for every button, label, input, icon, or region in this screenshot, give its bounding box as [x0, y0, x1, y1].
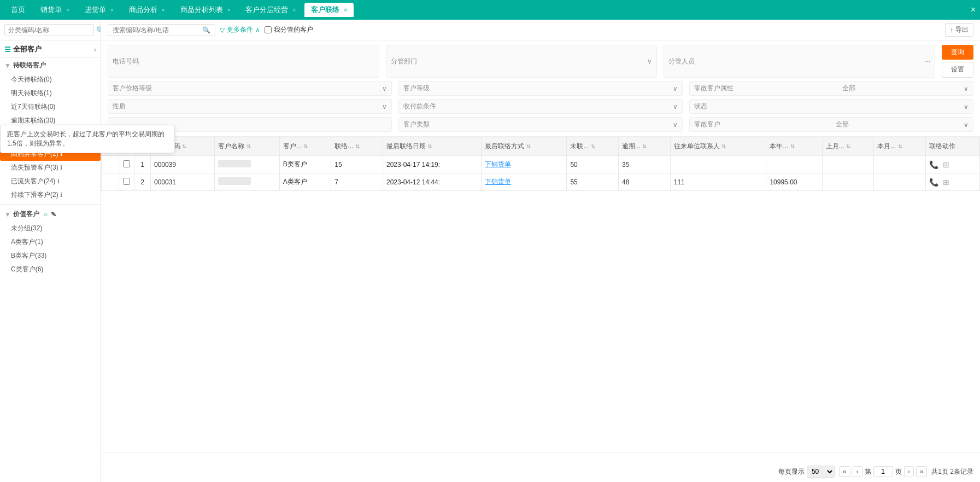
col-header-overdue[interactable]: 逾期... ⇅ — [619, 137, 671, 156]
close-icon[interactable]: × — [66, 7, 69, 13]
sidebar-search-icon[interactable]: 🔍 — [96, 26, 101, 34]
row-last-method[interactable]: 下销货单 — [482, 173, 567, 191]
grid-icon[interactable]: ⊞ — [943, 178, 949, 187]
close-icon[interactable]: × — [162, 7, 165, 13]
row-checkbox[interactable] — [123, 160, 130, 167]
prev-page-btn[interactable]: ‹ — [853, 466, 862, 477]
tab-product-analysis[interactable]: 商品分析 × — [122, 3, 172, 17]
filter-manager[interactable]: 分管人员 ··· — [664, 45, 935, 78]
all-customers-title[interactable]: ☰ 全部客户 › — [0, 41, 101, 58]
my-customers-check[interactable] — [265, 26, 272, 33]
table-row: 2 000031 A类客户 7 2023-04-12 14:44: 下销货单 5… — [102, 173, 980, 191]
tab-sales-order[interactable]: 销货单 × — [34, 3, 76, 17]
sort-icon: ⇅ — [721, 143, 726, 149]
row-last-method[interactable]: 下销货单 — [482, 156, 567, 173]
sidebar-item-churn-warning[interactable]: 流失预警客户(3) ℹ — [0, 161, 101, 175]
row-check[interactable] — [119, 173, 134, 191]
filter-customer-level[interactable]: 客户等级 ∨ — [398, 81, 683, 96]
filter-payment-terms[interactable]: 收付款条件 ∨ — [398, 99, 683, 114]
row-code[interactable]: 000031 — [151, 173, 215, 191]
top-nav: 首页 销货单 × 进货单 × 商品分析 × 商品分析列表 × 客户分层经营 × … — [0, 0, 980, 20]
adv-filter-panel: 电话号码 分管部门 ∨ 分管人员 ··· 查询 设置 — [101, 40, 980, 137]
col-header-contact[interactable]: 联络... ⇅ — [331, 137, 383, 156]
filter-retail-customer[interactable]: 零散客户 全部 ∨ — [689, 117, 973, 132]
row-type: B类客户 — [279, 156, 331, 173]
close-icon[interactable]: × — [344, 7, 347, 13]
sidebar-item-class-a[interactable]: A类客户(1) — [0, 235, 101, 249]
col-header-type[interactable]: 客户... ⇅ — [279, 137, 331, 156]
tab-purchase-order[interactable]: 进货单 × — [78, 3, 120, 17]
filter-dept[interactable]: 分管部门 ∨ — [386, 45, 658, 78]
filter-customer-type[interactable]: 客户类型 ∨ — [398, 117, 683, 132]
filter-nature[interactable]: 性质 ∨ — [108, 99, 392, 114]
more-filters-btn[interactable]: ▽ 更多条件 ∧ — [220, 25, 260, 34]
tab-customer-contact[interactable]: 客户联络 × — [304, 3, 354, 17]
row-partner: 111 — [670, 173, 766, 191]
sidebar-group-value[interactable]: ▼ 价值客户 ○ ✎ — [0, 207, 101, 222]
row-name[interactable] — [215, 173, 279, 191]
row-name[interactable] — [215, 156, 279, 173]
filter-status[interactable]: 状态 ∨ — [689, 99, 973, 114]
sidebar-item-declining[interactable]: 持续下滑客户(2) ℹ — [0, 188, 101, 202]
sidebar-item-churned[interactable]: 已流失客户(24) ℹ — [0, 175, 101, 188]
query-button[interactable]: 查询 — [942, 45, 973, 60]
row-this-year: 10995.00 — [766, 173, 822, 191]
horizontal-scrollbar[interactable] — [101, 452, 980, 461]
close-icon[interactable]: × — [292, 7, 296, 13]
collapse-icon[interactable]: › — [94, 45, 96, 54]
row-this-year — [766, 156, 822, 173]
sidebar: 🔍 ☰ 全部客户 › ▼ 待联络客户 今天待联络(0) 明天待联络(1) 近7天… — [0, 20, 101, 482]
chevron-down-icon: ∨ — [673, 103, 678, 111]
sidebar-group-pending[interactable]: ▼ 待联络客户 — [0, 58, 101, 73]
tab-home[interactable]: 首页 — [4, 3, 32, 17]
grid-icon[interactable]: ⊞ — [943, 160, 949, 169]
total-records: 共1页 2条记录 — [931, 467, 973, 477]
last-page-btn[interactable]: » — [916, 466, 928, 477]
col-header-last-date[interactable]: 最后联络日期 ⇅ — [383, 137, 482, 156]
sidebar-item-today[interactable]: 今天待联络(0) — [0, 73, 101, 86]
first-page-btn[interactable]: « — [839, 466, 850, 477]
ellipsis-icon: ··· — [925, 57, 930, 65]
filter-phone[interactable]: 电话号码 — [108, 45, 379, 78]
sidebar-search-input[interactable] — [4, 24, 94, 36]
sort-icon: ⇅ — [790, 143, 795, 149]
col-header-name[interactable]: 客户名称 ⇅ — [215, 137, 279, 156]
col-header-this-year[interactable]: 本年... ⇅ — [766, 137, 822, 156]
close-all-tabs[interactable]: × — [971, 5, 976, 15]
search-icon[interactable]: 🔍 — [202, 26, 210, 34]
row-code[interactable]: 000039 — [151, 156, 215, 173]
export-button[interactable]: ↑ 导出 — [945, 23, 973, 37]
col-header-last-month[interactable]: 上月... ⇅ — [822, 137, 874, 156]
sort-icon: ⇅ — [526, 143, 531, 149]
col-header-unreached[interactable]: 未联... ⇅ — [567, 137, 619, 156]
sidebar-item-7days[interactable]: 近7天待联络(0) — [0, 100, 101, 114]
row-checkbox[interactable] — [123, 178, 130, 185]
settings-button[interactable]: 设置 — [942, 62, 973, 78]
row-contact: 7 — [331, 173, 383, 191]
filter-retail-attr[interactable]: 零散客户属性 全部 ∨ — [689, 81, 973, 96]
next-page-btn[interactable]: › — [904, 466, 914, 477]
tooltip: 距客户上次交易时长，超过了此客户的平均交易周期的1.5倍，则视为异常。 — [0, 125, 101, 153]
sidebar-item-tomorrow[interactable]: 明天待联络(1) — [0, 86, 101, 100]
sidebar-item-ungroups[interactable]: 未分组(32) — [0, 222, 101, 235]
phone-icon[interactable]: 📞 — [929, 178, 938, 187]
close-icon[interactable]: × — [110, 7, 114, 13]
filter-price-level[interactable]: 客户价格等级 ∨ — [108, 81, 392, 96]
sort-icon: ⇅ — [846, 143, 850, 149]
per-page-select[interactable]: 50 20 100 — [807, 466, 835, 478]
tab-product-analysis-list[interactable]: 商品分析列表 × — [174, 3, 237, 17]
page-number-input[interactable] — [873, 466, 893, 477]
sidebar-item-class-b[interactable]: B类客户(33) — [0, 249, 101, 263]
tab-customer-stratify[interactable]: 客户分层经营 × — [239, 3, 302, 17]
col-header-partner[interactable]: 往来单位联系人 ⇅ — [670, 137, 766, 156]
row-this-month — [874, 156, 926, 173]
phone-icon[interactable]: 📞 — [929, 160, 938, 169]
search-input[interactable] — [113, 26, 200, 34]
chevron-down-icon: ∨ — [382, 85, 387, 92]
col-header-this-month[interactable]: 本月... ⇅ — [874, 137, 926, 156]
row-action: 📞 ⊞ — [925, 173, 979, 191]
row-check[interactable] — [119, 156, 134, 173]
col-header-last-method[interactable]: 最后联络方式 ⇅ — [482, 137, 567, 156]
close-icon[interactable]: × — [227, 7, 231, 13]
sidebar-item-class-c[interactable]: C类客户(6) — [0, 263, 101, 276]
